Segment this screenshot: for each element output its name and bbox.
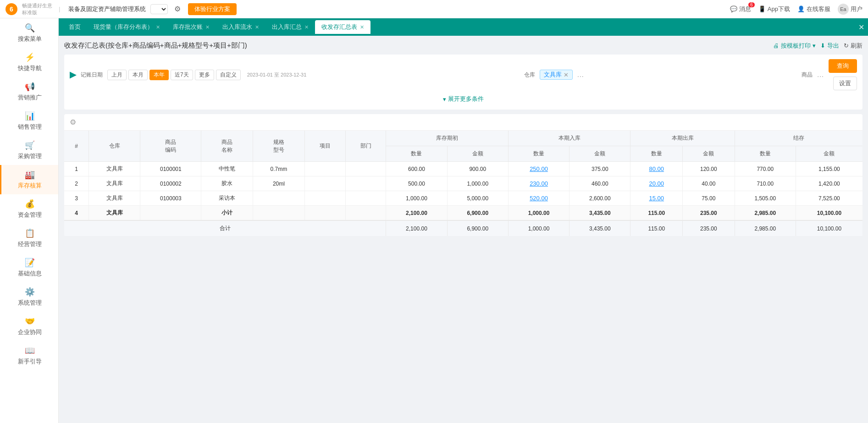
cell-out-amt: 235.00 — [683, 206, 735, 221]
sidebar-item-sales[interactable]: 📊销售管理 — [0, 106, 58, 136]
sidebar-item-label: 企业协同 — [18, 328, 42, 336]
cell-balance-amt: 7,525.00 — [796, 191, 862, 206]
date-btn-custom[interactable]: 自定义 — [216, 70, 241, 80]
refresh-button[interactable]: ↻ 刷新 — [844, 42, 862, 50]
quick-icon: ⚡ — [25, 52, 35, 62]
tab-inout_summary[interactable]: 出入库汇总✕ — [265, 20, 315, 34]
goods-filter-dots[interactable]: ... — [817, 71, 824, 78]
cell-goods-spec: 0.7mm — [253, 162, 305, 176]
sidebar-item-marketing[interactable]: 📢营销推广 — [0, 77, 58, 106]
sidebar-item-purchase[interactable]: 🛒采购管理 — [0, 136, 58, 165]
cell-warehouse: 文具库 — [89, 162, 140, 176]
tab-home[interactable]: 首页 — [62, 20, 87, 34]
gear-icon[interactable]: ⚙ — [174, 5, 181, 13]
date-buttons: 上月 本月 本年 近7天 更多 自定义 — [107, 70, 241, 80]
operation-icon: 📋 — [25, 228, 35, 238]
query-button[interactable]: 查询 — [829, 59, 857, 73]
cell-goods-spec: 20ml — [253, 176, 305, 191]
date-btn-last-month[interactable]: 上月 — [107, 70, 127, 80]
cell-in-qty[interactable]: 520.00 — [508, 191, 569, 206]
date-btn-7days[interactable]: 近7天 — [171, 70, 193, 80]
table-row: 3文具库0100003采访本1,000.005,000.00520.002,60… — [64, 191, 862, 206]
cell-opening-amt: 5,000.00 — [447, 191, 508, 206]
table-settings-icon[interactable]: ⚙ — [70, 118, 76, 126]
link-value[interactable]: 80.00 — [649, 165, 664, 172]
col-warehouse: 仓库 — [89, 131, 140, 162]
topbar: 6 畅捷通好生意 标准版 | 装备及固定资产辅助管理系统 ⚙ 体验行业方案 💬 … — [0, 0, 868, 18]
warehouse-tag-remove[interactable]: ✕ — [564, 71, 569, 78]
cell-out-qty[interactable]: 20.00 — [630, 176, 683, 191]
tab-recv_summary[interactable]: 收发存汇总表✕ — [315, 20, 370, 34]
message-item[interactable]: 💬 消息 6 — [730, 5, 751, 13]
query-area: 查询 设置 — [829, 59, 857, 90]
guide-icon: 📖 — [25, 346, 35, 356]
filter-row-1: ▶ 记账日期 上月 本月 本年 近7天 更多 自定义 2023-01-01 至 … — [70, 59, 857, 90]
export-button[interactable]: ⬇ 导出 — [820, 42, 839, 50]
sidebar: 🔍搜索菜单⚡快捷导航📢营销推广📊销售管理🛒采购管理🏭库存核算💰资金管理📋经营管理… — [0, 18, 59, 423]
tab-close-icon[interactable]: ✕ — [255, 24, 259, 30]
cell-in-qty[interactable]: 230.00 — [508, 176, 569, 191]
footer-balance-qty: 2,985.00 — [735, 220, 796, 236]
setting-button[interactable]: 设置 — [833, 77, 857, 90]
link-value[interactable]: 15.00 — [649, 195, 664, 202]
col-goods-code: 商品编码 — [140, 131, 201, 162]
tab-close-icon[interactable]: ✕ — [205, 24, 210, 30]
cell-out-qty[interactable]: 80.00 — [630, 162, 683, 176]
sidebar-item-inventory[interactable]: 🏭库存核算 — [0, 165, 58, 194]
cell-no: 1 — [64, 162, 89, 176]
tab-close-icon[interactable]: ✕ — [304, 24, 309, 30]
sidebar-item-enterprise[interactable]: 🤝企业协同 — [0, 312, 58, 341]
tab-close-icon[interactable]: ✕ — [156, 24, 160, 30]
sidebar-item-guide[interactable]: 📖新手引导 — [0, 341, 58, 370]
cell-goods-code — [140, 206, 201, 221]
filter-arrow[interactable]: ▶ — [70, 70, 76, 80]
sidebar-item-operation[interactable]: 📋经营管理 — [0, 224, 58, 253]
cell-goods-name: 中性笔 — [201, 162, 253, 176]
tab-inout_flow[interactable]: 出入库流水✕ — [216, 20, 265, 34]
system-selector[interactable] — [150, 4, 168, 14]
link-value[interactable]: 250.00 — [530, 165, 548, 172]
cell-balance-qty: 1,505.00 — [735, 191, 796, 206]
sidebar-item-system[interactable]: ⚙️系统管理 — [0, 282, 58, 312]
print-icon: 🖨 — [773, 42, 779, 49]
tab-inventory_dist[interactable]: 现货量（库存分布表）✕ — [87, 20, 166, 34]
sidebar-item-finance[interactable]: 💰资金管理 — [0, 194, 58, 224]
sidebar-item-basic[interactable]: 📝基础信息 — [0, 253, 58, 282]
sidebar-item-quick[interactable]: ⚡快捷导航 — [0, 48, 58, 77]
footer-in-qty: 1,000.00 — [508, 220, 569, 236]
print-button[interactable]: 🖨 按模板打印 ▾ — [773, 42, 816, 50]
link-value[interactable]: 230.00 — [530, 180, 548, 187]
filter-panel: ▶ 记账日期 上月 本月 本年 近7天 更多 自定义 2023-01-01 至 … — [64, 55, 862, 110]
cell-project — [305, 162, 346, 176]
app-download-item[interactable]: 📱 App下载 — [758, 5, 790, 13]
date-btn-this-year[interactable]: 本年 — [149, 70, 169, 80]
tab-label: 现货量（库存分布表） — [94, 23, 153, 31]
tab-batch[interactable]: 库存批次账✕ — [166, 20, 216, 34]
cell-out-amt: 40.00 — [683, 176, 735, 191]
tab-close-icon[interactable]: ✕ — [360, 24, 364, 30]
cell-dept — [345, 206, 386, 221]
warehouse-filter-dots[interactable]: ... — [577, 71, 584, 78]
cell-balance-amt: 10,100.00 — [796, 206, 862, 221]
user-item[interactable]: Ea 用户 — [838, 4, 862, 15]
cell-in-qty[interactable]: 250.00 — [508, 162, 569, 176]
cell-goods-spec — [253, 191, 305, 206]
trial-button[interactable]: 体验行业方案 — [188, 3, 237, 15]
tab-bar-close-icon[interactable]: ✕ — [858, 23, 864, 32]
col-no: # — [64, 131, 89, 162]
warehouse-tag[interactable]: 文具库 ✕ — [540, 70, 573, 80]
online-service-item[interactable]: 👤 在线客服 — [797, 5, 830, 13]
finance-icon: 💰 — [25, 199, 35, 209]
sidebar-item-label: 基础信息 — [18, 269, 42, 278]
topbar-right: 💬 消息 6 📱 App下载 👤 在线客服 Ea 用户 — [730, 4, 862, 15]
link-value[interactable]: 520.00 — [530, 195, 548, 202]
cell-out-qty: 115.00 — [630, 206, 683, 221]
expand-conditions[interactable]: ▾ 展开更多条件 — [443, 93, 484, 105]
date-btn-this-month[interactable]: 本月 — [128, 70, 148, 80]
sidebar-item-search[interactable]: 🔍搜索菜单 — [0, 18, 58, 48]
purchase-icon: 🛒 — [25, 140, 35, 150]
date-btn-more[interactable]: 更多 — [195, 70, 214, 80]
footer-balance-amt: 10,100.00 — [796, 220, 862, 236]
cell-out-qty[interactable]: 15.00 — [630, 191, 683, 206]
link-value[interactable]: 20.00 — [649, 180, 664, 187]
